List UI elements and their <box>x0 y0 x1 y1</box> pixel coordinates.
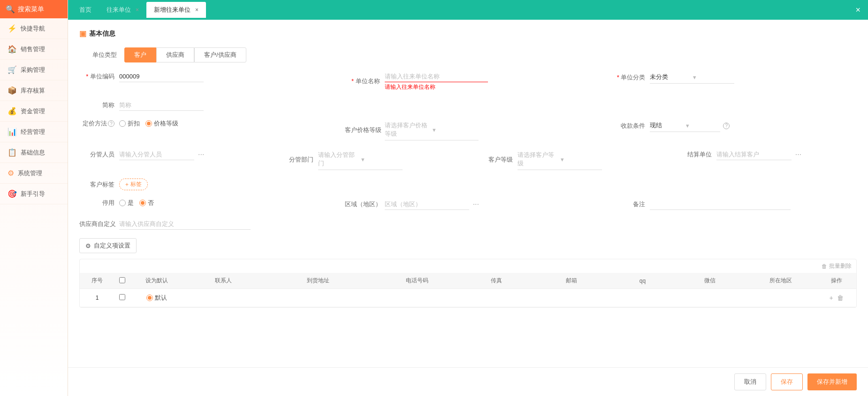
chevron-down-icon4: ▾ <box>361 156 403 163</box>
pricing-radio-discount[interactable]: 折扣 <box>119 119 140 128</box>
field-supplier-custom: 供应商自定义 <box>79 218 857 230</box>
sidebar-item-inventory[interactable]: 📦 库存核算 <box>0 80 68 101</box>
col-email: 邮箱 <box>532 273 611 289</box>
tab-contacts-close-icon[interactable]: × <box>136 7 139 13</box>
section-title-icon: ▣ <box>79 29 86 38</box>
sidebar: 🔍 搜索菜单 ⚡ 快捷导航 🏠 销售管理 🛒 采购管理 📦 库存核算 💰 资金管… <box>0 0 68 396</box>
sidebar-item-basic-info[interactable]: 📋 基础信息 <box>0 142 68 163</box>
disabled-radio-no[interactable]: 否 <box>139 199 154 207</box>
select-all-checkbox[interactable] <box>119 277 125 283</box>
tab-home[interactable]: 首页 <box>72 2 99 18</box>
section-title: ▣ 基本信息 <box>79 29 857 38</box>
region-more-icon[interactable]: ··· <box>471 200 481 209</box>
department-select[interactable]: 请输入分管部门 ▾ <box>318 149 403 170</box>
cancel-button[interactable]: 取消 <box>734 373 766 390</box>
sidebar-item-quick-nav[interactable]: ⚡ 快捷导航 <box>0 18 68 39</box>
tab-new-contact-close-icon[interactable]: × <box>195 7 198 13</box>
sidebar-item-finance[interactable]: 💰 资金管理 <box>0 101 68 122</box>
payment-terms-help-icon[interactable]: ? <box>723 123 730 129</box>
pricing-radio-level[interactable]: 价格等级 <box>145 119 178 128</box>
window-close-icon[interactable]: × <box>852 3 864 17</box>
type-btn-both[interactable]: 客户/供应商 <box>194 47 246 62</box>
row-phone[interactable] <box>373 289 460 307</box>
sidebar-item-system[interactable]: ⚙ 系统管理 <box>0 163 68 184</box>
short-name-input[interactable] <box>119 100 204 111</box>
pricing-help-icon[interactable]: ? <box>108 120 114 127</box>
field-department: 分管部门 请输入分管部门 ▾ <box>278 149 458 170</box>
settlement-unit-input[interactable] <box>716 149 792 160</box>
custom-settings-button[interactable]: ⚙ 自定义项设置 <box>79 238 137 253</box>
tab-contacts-label: 往来单位 <box>107 6 131 14</box>
row-email[interactable] <box>532 289 611 307</box>
sidebar-item-label: 快捷导航 <box>21 24 45 33</box>
payment-terms-select[interactable]: 现结 ▾ <box>650 119 720 132</box>
supplier-custom-input[interactable] <box>119 218 251 230</box>
manager-input[interactable] <box>119 149 194 160</box>
row-fax[interactable] <box>461 289 532 307</box>
field-region: 区域（地区） ··· <box>345 199 592 210</box>
sidebar-item-label: 采购管理 <box>21 66 45 74</box>
row-contact[interactable] <box>184 289 263 307</box>
field-manager: 分管人员 ··· <box>79 149 259 160</box>
field-pricing-method: 定价方法 ? 折扣 价格等级 <box>79 119 326 128</box>
unit-name-label: 单位名称 <box>345 77 380 85</box>
type-btn-supplier[interactable]: 供应商 <box>156 47 194 62</box>
address-input[interactable] <box>290 293 346 303</box>
purchase-icon: 🛒 <box>8 65 17 74</box>
unit-name-error: 请输入往来单位名称 <box>385 83 488 91</box>
tab-contacts[interactable]: 往来单位 × <box>99 2 146 18</box>
customer-level-select[interactable]: 请选择客户等级 ▾ <box>518 149 602 170</box>
location-input[interactable] <box>764 293 797 303</box>
save-new-button[interactable]: 保存并新增 <box>807 373 857 390</box>
pricing-method-label: 定价方法 ? <box>79 119 114 128</box>
type-btn-customer[interactable]: 客户 <box>124 47 156 62</box>
search-icon: 🔍 <box>6 5 15 14</box>
fax-input[interactable] <box>480 293 513 303</box>
chevron-down-icon5: ▾ <box>561 156 602 163</box>
row-supplier-custom: 供应商自定义 <box>79 218 857 230</box>
radio-no-circle <box>139 200 146 206</box>
manager-more-icon[interactable]: ··· <box>196 150 206 159</box>
region-input[interactable] <box>385 199 469 210</box>
row-unit-info: 单位编码 单位名称 请输入往来单位名称 单位分类 未分类 ▾ <box>79 71 857 91</box>
inventory-icon: 📦 <box>8 86 17 95</box>
add-tag-button[interactable]: + 标签 <box>119 179 148 190</box>
field-note: 备注 <box>610 199 857 210</box>
row-address[interactable] <box>263 289 373 307</box>
unit-code-input[interactable] <box>119 71 204 82</box>
row-location[interactable] <box>746 289 817 307</box>
row-manager: 分管人员 ··· 分管部门 请输入分管部门 ▾ 客户等级 请选择客户等级 ▾ <box>79 149 857 170</box>
phone-input[interactable] <box>396 293 438 303</box>
col-actions: 操作 <box>816 273 856 289</box>
gear-icon: ⚙ <box>85 242 91 249</box>
save-button[interactable]: 保存 <box>771 373 803 390</box>
row-qq[interactable] <box>611 289 674 307</box>
qq-input[interactable] <box>628 293 656 303</box>
email-input[interactable] <box>553 293 590 303</box>
search-menu-button[interactable]: 🔍 搜索菜单 <box>0 0 68 18</box>
unit-name-input[interactable] <box>385 71 488 82</box>
contact-input[interactable] <box>205 293 242 303</box>
row-delete-icon[interactable]: 🗑 <box>837 294 844 302</box>
form-footer: 取消 保存 保存并新增 <box>68 367 868 396</box>
unit-category-select[interactable]: 未分类 ▾ <box>650 71 734 84</box>
row-default-radio[interactable]: 默认 <box>135 294 179 302</box>
disabled-radio-yes[interactable]: 是 <box>119 199 134 207</box>
note-input[interactable] <box>650 199 791 210</box>
tab-new-contact[interactable]: 新增往来单位 × <box>146 2 206 18</box>
row-checkbox[interactable] <box>119 294 125 300</box>
settlement-more-icon[interactable]: ··· <box>793 150 803 159</box>
customer-price-level-select[interactable]: 请选择客户价格等级 ▾ <box>385 119 479 140</box>
field-payment-terms: 收款条件 现结 ▾ ? <box>610 119 857 132</box>
row-wechat[interactable] <box>674 289 746 307</box>
sidebar-item-sales[interactable]: 🏠 销售管理 <box>0 39 68 60</box>
wechat-input[interactable] <box>693 293 726 303</box>
row-add-icon[interactable]: + <box>830 294 833 302</box>
note-label: 备注 <box>610 200 645 209</box>
short-name-label: 简称 <box>79 101 114 109</box>
contact-table: 序号 设为默认 联系人 到货地址 电话号码 传真 邮箱 qq 微信 所在地区 操… <box>80 273 856 307</box>
sidebar-item-new-guide[interactable]: 🎯 新手引导 <box>0 184 68 204</box>
sidebar-item-purchase[interactable]: 🛒 采购管理 <box>0 60 68 80</box>
sidebar-item-operations[interactable]: 📊 经营管理 <box>0 122 68 142</box>
pricing-radio-level-label: 价格等级 <box>154 119 178 128</box>
